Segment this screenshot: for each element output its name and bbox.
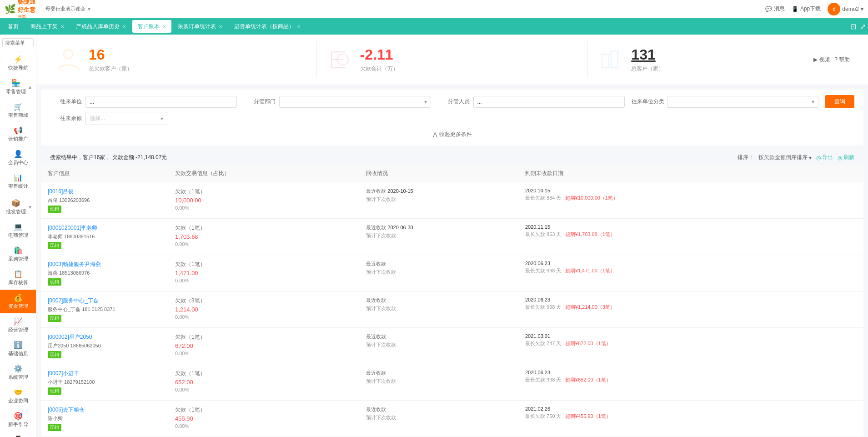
customer-name-1[interactable]: [0001020001]李老师 (48, 224, 175, 232)
repay-next-3: 预计下次收款 (366, 305, 525, 312)
filter-person-dots: ... (477, 99, 482, 105)
sidebar-item-system[interactable]: ⚙️ 系统管理 (0, 361, 36, 384)
tab-fullscreen-icon[interactable]: ⤢ (860, 22, 866, 31)
wholesale-arrow-icon: ▼ (28, 205, 32, 210)
search-button[interactable]: 查询 (825, 95, 854, 108)
overdue-link-6[interactable]: 超期¥455.90（1笔） (565, 413, 611, 419)
export-button[interactable]: ◎ 导出 (816, 154, 833, 161)
logo-icon: 🌿 (5, 4, 16, 15)
sidebar-item-ecommerce[interactable]: 💻 电商管理 (0, 219, 36, 242)
sidebar-item-collab[interactable]: 🤝 企业协同 (0, 384, 36, 408)
tab-close-customer[interactable]: ✕ (162, 24, 166, 29)
customer-name-6[interactable]: [0006]去下粮仓 (48, 406, 175, 414)
sidebar-item-wholesale[interactable]: 📦 批发管理 ▼ (0, 195, 36, 219)
sidebar-item-marketing[interactable]: 📢 营销推广 (0, 122, 36, 146)
card-label-total: 总客户（家） (631, 65, 664, 73)
sidebar-item-retail-mall[interactable]: 🛒 零售商城 (0, 99, 36, 122)
col-header-overdue: 到期未收款日期 (525, 170, 857, 177)
overdue-link-2[interactable]: 超期¥1,471.00（1笔） (565, 268, 615, 273)
help-btn[interactable]: ? 帮助 (834, 56, 850, 64)
sidebar-item-management[interactable]: 📈 经营管理 (0, 313, 36, 337)
tab-close-goods[interactable]: ✕ (60, 24, 64, 29)
sidebar-item-inventory[interactable]: 📋 库存核算 (0, 266, 36, 290)
table-row: [0002]服务中心_丁磊 服务中心_丁磊 181 0125 8371 现销 欠… (41, 291, 863, 328)
filter-unit-input[interactable]: ... (85, 96, 237, 108)
message-btn[interactable]: 💬 消息 (765, 5, 785, 13)
sidebar-item-purchase[interactable]: 🛍️ 采购管理 (0, 242, 36, 266)
customer-name-4[interactable]: [000002]用户2050 (48, 333, 175, 341)
main-content: ⚡ 快捷导航 🏪 零售管理 ▲ 🛒 零售商城 📢 营销推广 👤 会员中心 (0, 35, 868, 437)
overdue-link-1[interactable]: 超期¥1,703.68（1笔） (565, 231, 615, 237)
tab-customer-ledger[interactable]: 客户账本 ✕ (132, 20, 171, 33)
overdue-date-6: 2021.02.26 (525, 406, 857, 412)
customer-phone-1: 李老师 18600391516 (48, 233, 175, 240)
user-menu[interactable]: d demo2 ▾ (828, 3, 863, 15)
retail-icon: 🏪 (11, 79, 20, 87)
overdue-link-3[interactable]: 超期¥1,214.00（3笔） (565, 304, 615, 310)
system-dropdown-icon[interactable]: ▾ (88, 6, 90, 12)
sidebar-item-retail[interactable]: 🏪 零售管理 ▲ (0, 75, 36, 99)
overdue-days-5: 最长欠款 998 天 超期¥652.00（1笔） (525, 377, 857, 383)
col-header-customer: 客户信息 (48, 170, 175, 177)
customer-name-2[interactable]: [0003]畅捷服务尹海燕 (48, 261, 175, 268)
customer-phone-4: 用户2050 18665062050 (48, 342, 175, 349)
sidebar-item-finance[interactable]: 💰 资金管理 (0, 290, 36, 313)
mall-icon: 🛒 (14, 102, 23, 111)
filter-balance-label: 往来余额 (50, 115, 82, 122)
tab-production[interactable]: 产成品入库单历史 ✕ (70, 20, 131, 33)
tab-close-inbound[interactable]: ✕ (297, 24, 301, 29)
sidebar-item-apps[interactable]: 📱 应用中心 (0, 432, 36, 437)
refresh-circle-icon: ◎ (838, 155, 842, 161)
tab-close-purchase[interactable]: ✕ (219, 24, 222, 29)
tab-close-production[interactable]: ✕ (122, 24, 126, 29)
tab-purchase[interactable]: 采购订单统计表 ✕ (172, 20, 228, 33)
summary-cards: 16 总欠款客户（家） -2.11 欠款合计（万） (36, 35, 868, 85)
filter-balance-chevron: ▾ (161, 116, 163, 122)
tab-goods[interactable]: 商品上下架 ✕ (25, 20, 70, 33)
debt-cell-5: 欠款（1笔） 652.00 0.00% (175, 370, 366, 392)
filter-balance-select[interactable]: 选择... ▾ (85, 112, 167, 125)
customer-name-3[interactable]: [0002]服务中心_丁磊 (48, 297, 175, 305)
overdue-link-4[interactable]: 超期¥672.00（1笔） (565, 341, 611, 346)
customer-cell-0: [0016]吕俊 吕俊 13026203696 现销 (48, 188, 175, 213)
debt-cell-6: 欠款（1笔） 455.90 0.00% (175, 406, 366, 429)
filter-dept-select[interactable]: ▾ (279, 96, 431, 108)
customer-name-0[interactable]: [0016]吕俊 (48, 188, 175, 196)
sidebar-item-basic[interactable]: ℹ️ 基础信息 (0, 337, 36, 361)
tab-expand-icon[interactable]: ⊡ (850, 22, 856, 31)
app-download-btn[interactable]: 📱 App下载 (792, 5, 821, 13)
debt-cell-3: 欠款（3笔） 1,214.00 0.00% (175, 297, 366, 320)
sidebar-item-guide[interactable]: 🎯 新手引导 (0, 408, 36, 432)
sidebar-item-retail-stats[interactable]: 📊 零售统计 (0, 170, 36, 193)
overdue-days-6: 最长欠款 750 天 超期¥455.90（1笔） (525, 413, 857, 420)
ecommerce-icon: 💻 (14, 222, 23, 231)
retail-arrow-icon: ▲ (28, 85, 32, 90)
overdue-link-5[interactable]: 超期¥652.00（1笔） (565, 377, 611, 382)
refresh-button[interactable]: ◎ 刷新 (838, 154, 854, 161)
overdue-days-0: 最长欠款 884 天 超期¥10,000.00（1笔） (525, 195, 857, 201)
sidebar-search-area (0, 35, 36, 51)
guide-icon: 🎯 (14, 412, 23, 420)
sidebar-item-member[interactable]: 👤 会员中心 (0, 146, 36, 170)
customer-name-5[interactable]: [0007]小进干 (48, 370, 175, 377)
sort-text: 按欠款金额倒序排序 (758, 154, 808, 161)
tab-home[interactable]: 首页 (2, 20, 24, 33)
user-avatar: d (828, 3, 840, 15)
sort-button[interactable]: 按欠款金额倒序排序 ▾ (758, 154, 812, 161)
filter-person-input[interactable]: ... (473, 96, 625, 108)
sidebar-search-input[interactable] (2, 38, 34, 47)
tab-inbound[interactable]: 进货单统计表（按商品） ✕ (229, 20, 306, 33)
debt-cell-4: 欠款（1笔） 672.00 0.00% (175, 333, 366, 356)
table-row: [0003]畅捷服务尹海燕 海燕 18513066976 现销 欠款（1笔） 1… (41, 255, 863, 291)
filter-unit-label: 往来单位 (50, 98, 82, 105)
repay-cell-5: 最近收款 预计下次收款 (366, 370, 525, 385)
sidebar-item-quicknav[interactable]: ⚡ 快捷导航 (0, 51, 36, 75)
filter-unit-class-select[interactable]: ▾ (667, 96, 818, 108)
table-row: [0001020001]李老师 李老师 18600391516 现销 欠款（1笔… (41, 219, 863, 255)
repay-next-5: 预计下次收款 (366, 378, 525, 385)
video-btn[interactable]: ▶ 视频 (813, 56, 830, 64)
results-info: 搜索结果中，客户16家， 欠款金额 -21,148.07元 (50, 154, 167, 161)
repay-last-4: 最近收款 (366, 333, 525, 340)
collapse-button[interactable]: ⋀ 收起更多条件 (433, 131, 472, 138)
overdue-link-0[interactable]: 超期¥10,000.00（1笔） (565, 195, 618, 201)
